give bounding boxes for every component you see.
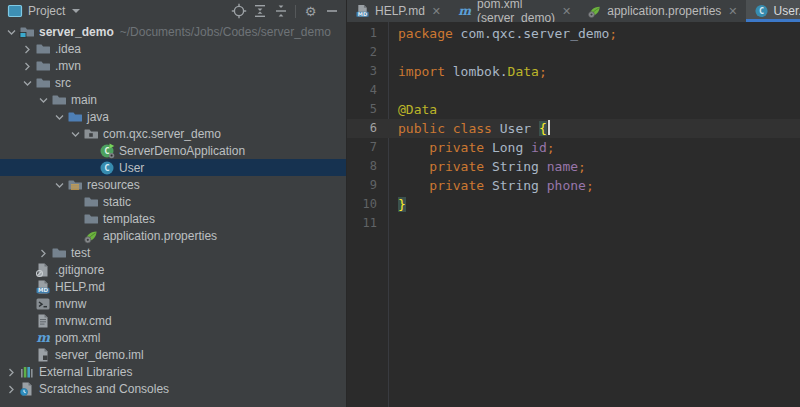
chevron-collapsed-icon[interactable] xyxy=(20,60,34,72)
token-field: phone xyxy=(547,178,586,193)
line-number[interactable]: 8 xyxy=(347,157,381,176)
folder-icon xyxy=(83,211,99,227)
chevron-expanded-icon[interactable] xyxy=(4,26,18,38)
line-number[interactable]: 11 xyxy=(347,214,381,233)
code-line-content: private String phone; xyxy=(381,176,800,195)
project-tree: server_demo~/Documents/Jobs/Codes/server… xyxy=(0,22,346,407)
code-line[interactable]: 4 xyxy=(347,81,800,100)
chevron-expanded-icon[interactable] xyxy=(52,111,66,123)
token-keyword: package xyxy=(398,26,453,41)
token-semi: ; xyxy=(578,159,586,174)
svg-text:C: C xyxy=(759,6,764,16)
editor-area: MDHELP.md✕mpom.xml (server_demo)✕applica… xyxy=(347,0,800,407)
resources-folder-icon xyxy=(67,177,83,193)
expand-all-icon[interactable] xyxy=(249,1,270,21)
line-number[interactable]: 2 xyxy=(347,43,381,62)
close-icon[interactable]: ✕ xyxy=(562,6,571,17)
tree-item-scratches-and-consoles[interactable]: Scratches and Consoles xyxy=(0,380,346,397)
tree-item-static[interactable]: static xyxy=(0,193,346,210)
code-line-content: } xyxy=(381,195,800,214)
tree-item-pom-xml[interactable]: mpom.xml xyxy=(0,329,346,346)
token-keyword: public class xyxy=(398,121,492,136)
token-keyword: private xyxy=(429,159,484,174)
code-line[interactable]: 1package com.qxc.server_demo; xyxy=(347,24,800,43)
chevron-collapsed-icon[interactable] xyxy=(4,366,18,378)
editor-tab-pom-xml-server-demo-[interactable]: mpom.xml (server_demo)✕ xyxy=(449,0,579,22)
chevron-collapsed-icon[interactable] xyxy=(36,247,50,259)
tab-label: HELP.md xyxy=(375,4,425,18)
panel-title[interactable]: Project xyxy=(28,4,65,18)
tree-item-user[interactable]: CUser xyxy=(0,159,346,176)
tree-item-label: ServerDemoApplication xyxy=(119,144,245,158)
token-plain: Long xyxy=(484,140,531,155)
tree-item-src[interactable]: src xyxy=(0,74,346,91)
token-plain xyxy=(398,178,429,193)
chevron-expanded-icon[interactable] xyxy=(36,94,50,106)
line-number[interactable]: 5 xyxy=(347,100,381,119)
code-line-content: @Data xyxy=(381,100,800,119)
tree-item-resources[interactable]: resources xyxy=(0,176,346,193)
code-line[interactable]: 6public class User { xyxy=(347,119,800,138)
tree-item-label: User xyxy=(119,161,144,175)
hide-icon[interactable] xyxy=(321,1,342,21)
tree-item-label: .gitignore xyxy=(55,263,104,277)
collapse-all-icon[interactable] xyxy=(270,1,291,21)
tree-item-main[interactable]: main xyxy=(0,91,346,108)
springboot-class-icon: C xyxy=(99,143,115,159)
editor-tab-user-java[interactable]: CUser.java✕ xyxy=(746,0,800,22)
token-plain: String xyxy=(484,159,547,174)
chevron-collapsed-icon[interactable] xyxy=(20,43,34,55)
code-line[interactable]: 2 xyxy=(347,43,800,62)
tree-item-com-qxc-server-demo[interactable]: com.qxc.server_demo xyxy=(0,125,346,142)
tree-item-external-libraries[interactable]: External Libraries xyxy=(0,363,346,380)
tree-item-application-properties[interactable]: application.properties xyxy=(0,227,346,244)
token-keyword: import xyxy=(398,64,445,79)
code-line[interactable]: 11 xyxy=(347,214,800,233)
tree-item-server-demo[interactable]: server_demo~/Documents/Jobs/Codes/server… xyxy=(0,23,346,40)
close-icon[interactable]: ✕ xyxy=(728,6,737,17)
chevron-expanded-icon[interactable] xyxy=(52,179,66,191)
tree-item-label: mvnw.cmd xyxy=(55,314,112,328)
tree-item-serverdemoapplication[interactable]: CServerDemoApplication xyxy=(0,142,346,159)
code-line-content: import lombok.Data; xyxy=(381,62,800,81)
token-plain: com.qxc.server_demo xyxy=(453,26,610,41)
line-number[interactable]: 4 xyxy=(347,81,381,100)
line-number[interactable]: 3 xyxy=(347,62,381,81)
tree-item-label: HELP.md xyxy=(55,280,105,294)
tree-item-templates[interactable]: templates xyxy=(0,210,346,227)
settings-icon[interactable]: ⚙ xyxy=(300,1,321,21)
chevron-down-icon[interactable] xyxy=(72,9,80,13)
tree-item--mvn[interactable]: .mvn xyxy=(0,57,346,74)
code-editor[interactable]: 1package com.qxc.server_demo;23import lo… xyxy=(347,22,800,407)
editor-tab-application-properties[interactable]: application.properties✕ xyxy=(579,0,745,22)
code-line[interactable]: 7 private Long id; xyxy=(347,138,800,157)
code-line[interactable]: 9 private String phone; xyxy=(347,176,800,195)
chevron-collapsed-icon[interactable] xyxy=(4,383,18,395)
code-line[interactable]: 3import lombok.Data; xyxy=(347,62,800,81)
code-line-content xyxy=(381,214,800,233)
code-line[interactable]: 5@Data xyxy=(347,100,800,119)
editor-tab-help-md[interactable]: MDHELP.md✕ xyxy=(347,0,449,22)
line-number[interactable]: 10 xyxy=(347,195,381,214)
tree-item-mvnw-cmd[interactable]: mvnw.cmd xyxy=(0,312,346,329)
token-keyword: private xyxy=(429,178,484,193)
tree-item--idea[interactable]: .idea xyxy=(0,40,346,57)
tree-item-help-md[interactable]: MDHELP.md xyxy=(0,278,346,295)
line-number[interactable]: 7 xyxy=(347,138,381,157)
tree-item-test[interactable]: test xyxy=(0,244,346,261)
locate-icon[interactable] xyxy=(228,1,249,21)
chevron-expanded-icon[interactable] xyxy=(20,77,34,89)
close-icon[interactable]: ✕ xyxy=(432,6,441,17)
line-number[interactable]: 9 xyxy=(347,176,381,195)
code-line[interactable]: 8 private String name; xyxy=(347,157,800,176)
code-line[interactable]: 10} xyxy=(347,195,800,214)
line-number[interactable]: 6 xyxy=(347,119,381,138)
tree-item-server-demo-iml[interactable]: server_demo.iml xyxy=(0,346,346,363)
tree-item-label: .mvn xyxy=(55,59,81,73)
tree-item-java[interactable]: java xyxy=(0,108,346,125)
chevron-expanded-icon[interactable] xyxy=(68,128,82,140)
tree-item--gitignore[interactable]: .gitignore xyxy=(0,261,346,278)
line-number[interactable]: 1 xyxy=(347,24,381,43)
editor-tab-bar: MDHELP.md✕mpom.xml (server_demo)✕applica… xyxy=(347,0,800,22)
tree-item-mvnw[interactable]: mvnw xyxy=(0,295,346,312)
